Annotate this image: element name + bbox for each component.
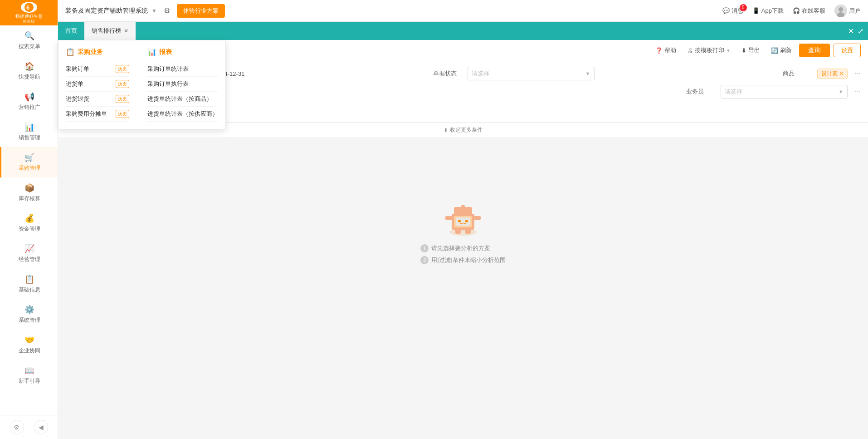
sidebar-item-operation[interactable]: 📈 经营管理: [0, 238, 58, 269]
sidebar-item-search-label: 搜索菜单: [19, 43, 40, 50]
tab-sales-rank[interactable]: 销售排行榜 ✕: [84, 22, 136, 40]
user-btn[interactable]: 用户: [834, 5, 861, 17]
sidebar-item-marketing[interactable]: 📢 营销推广: [0, 86, 58, 117]
history-tag-0: 历史: [116, 65, 129, 73]
report-1-label: 采购订单执行表: [147, 80, 189, 88]
settings-button[interactable]: 设置: [834, 44, 861, 57]
svg-point-3: [839, 7, 843, 12]
sidebar-item-purchase-label: 采购管理: [19, 164, 40, 172]
report-col-icon: 📊: [147, 48, 156, 56]
purchase-col-title-text: 采购业务: [78, 48, 103, 56]
sidebar-item-search[interactable]: 🔍 搜索菜单: [0, 25, 58, 56]
dropdown-report-3[interactable]: 进货单统计表（按供应商）: [147, 107, 218, 122]
goods-more-icon[interactable]: ···: [855, 69, 861, 78]
dropdown-purchase-order[interactable]: 采购订单 历史: [66, 62, 129, 77]
sidebar-item-system-label: 系统管理: [19, 316, 40, 324]
finance-icon: 💰: [24, 213, 34, 223]
print-icon: 🖨: [687, 47, 693, 54]
user-avatar: [834, 5, 847, 17]
logo-icon: 6: [21, 2, 37, 13]
dropdown-report-0[interactable]: 采购订单统计表: [147, 62, 218, 77]
app-download-btn[interactable]: 📱 App下载: [752, 7, 784, 15]
report-col-title: 📊 报表: [147, 48, 218, 56]
dropdown-return[interactable]: 进货退货 历史: [66, 92, 129, 107]
sidebar-item-operation-label: 经营管理: [19, 256, 40, 263]
refresh-label: 刷新: [780, 46, 792, 54]
purchase-col-title: 📋 采购业务: [66, 48, 129, 56]
tab-close-icon[interactable]: ✕: [124, 28, 128, 34]
dropdown-report-1[interactable]: 采购订单执行表: [147, 77, 218, 92]
sidebar-item-finance[interactable]: 💰 资金管理: [0, 208, 58, 238]
app-download-label: App下载: [761, 7, 784, 15]
headset-icon: 🎧: [793, 7, 800, 14]
print-btn[interactable]: 🖨 按模板打印 ▼: [683, 44, 734, 56]
help-btn[interactable]: ❓ 帮助: [652, 44, 680, 56]
export-btn[interactable]: ⬇ 导出: [738, 44, 764, 56]
sidebar-settings-btn[interactable]: ⚙: [10, 420, 24, 434]
print-arrow-icon: ▼: [726, 48, 731, 53]
report-0-label: 采购订单统计表: [147, 65, 189, 73]
status-select[interactable]: 请选择 ▼: [468, 67, 595, 80]
return-label: 进货退货: [66, 95, 89, 103]
inventory-icon: 📦: [24, 183, 34, 193]
guide-icon: 📖: [24, 365, 34, 375]
status-label: 单据状态: [433, 69, 460, 78]
sidebar-item-enterprise[interactable]: 🤝 企业协同: [0, 330, 58, 360]
history-tag-2: 历史: [116, 95, 129, 103]
sidebar-item-system[interactable]: ⚙️ 系统管理: [0, 299, 58, 330]
sidebar: 6 畅捷通好生意 标准版 🔍 搜索菜单 🏠 快捷导航 📢 营销推广 📊 销售管理…: [0, 0, 58, 439]
user-label: 用户: [849, 7, 861, 15]
sidebar-item-purchase[interactable]: 🛒 采购管理: [0, 147, 58, 178]
sidebar-item-nav[interactable]: 🏠 快捷导航: [0, 56, 58, 86]
goods-tag: 设计素 ✕: [817, 69, 848, 79]
salesman-more-icon[interactable]: ···: [855, 88, 861, 96]
notification-btn[interactable]: 💬 5 消息: [722, 7, 743, 15]
status-select-value: 请选择: [472, 69, 489, 78]
salesman-label: 业务员: [686, 88, 713, 96]
export-label: 导出: [748, 46, 760, 54]
notification-icon: 💬: [722, 7, 730, 14]
report-3-label: 进货单统计表（按供应商）: [147, 110, 218, 118]
tab-maximize-icon[interactable]: ⤢: [858, 27, 863, 35]
hint-text-2: 用[过滤]条件来缩小分析范围: [431, 256, 505, 264]
hint-num-2: 2: [420, 256, 429, 264]
tab-home[interactable]: 首页: [58, 22, 84, 40]
logo-sub: 标准版: [15, 19, 43, 24]
dropdown-report-2[interactable]: 进货单统计表（按商品）: [147, 92, 218, 107]
report-col: 📊 报表 采购订单统计表 采购订单执行表 进货单统计表（按商品） 进货单统计表（…: [147, 48, 218, 122]
refresh-btn[interactable]: 🔄 刷新: [767, 44, 795, 56]
goods-tag-close-icon[interactable]: ✕: [839, 71, 844, 77]
sidebar-item-enterprise-label: 企业协同: [19, 347, 40, 355]
salesman-select[interactable]: 请选择 ▼: [721, 85, 848, 99]
tab-sales-rank-label: 销售排行榜: [92, 27, 121, 35]
purchase-icon: 🛒: [24, 153, 34, 163]
dropdown-expense[interactable]: 采购费用分摊单 历史: [66, 107, 129, 122]
sidebar-item-basic[interactable]: 📋 基础信息: [0, 269, 58, 299]
search-icon: 🔍: [24, 31, 34, 41]
svg-rect-12: [461, 205, 465, 208]
phone-icon: 📱: [752, 7, 760, 14]
tab-close-window-icon[interactable]: ✕: [848, 27, 854, 35]
empty-hint-2: 2 用[过滤]条件来缩小分析范围: [420, 256, 505, 264]
industry-plan-button[interactable]: 体验行业方案: [177, 4, 225, 18]
online-service-label: 在线客服: [802, 7, 825, 15]
history-tag-3: 历史: [116, 110, 129, 118]
logo-title: 畅捷通好生意: [15, 14, 43, 19]
svg-point-9: [458, 220, 461, 222]
sidebar-item-inventory-label: 库存核算: [19, 195, 40, 202]
tab-toolbar-icons: ✕ ⤢: [848, 27, 863, 35]
basic-icon: 📋: [24, 274, 34, 284]
sidebar-item-sales[interactable]: 📊 销售管理: [0, 117, 58, 147]
svg-rect-11: [454, 207, 472, 215]
marketing-icon: 📢: [24, 92, 34, 102]
sidebar-item-guide[interactable]: 📖 新手引导: [0, 360, 58, 390]
query-button[interactable]: 查询: [799, 44, 830, 57]
topbar-left: 装备及固定资产辅助管理系统 ▼ ⚙ 体验行业方案: [65, 4, 225, 18]
settings-gear-btn[interactable]: ⚙: [161, 5, 173, 17]
sidebar-item-inventory[interactable]: 📦 库存核算: [0, 178, 58, 208]
dropdown-inbound[interactable]: 进货单 历史: [66, 77, 129, 92]
status-select-arrow-icon: ▼: [585, 71, 590, 76]
sidebar-item-finance-label: 资金管理: [19, 225, 40, 233]
online-service-btn[interactable]: 🎧 在线客服: [793, 7, 825, 15]
sidebar-collapse-btn[interactable]: ◀: [34, 420, 48, 434]
